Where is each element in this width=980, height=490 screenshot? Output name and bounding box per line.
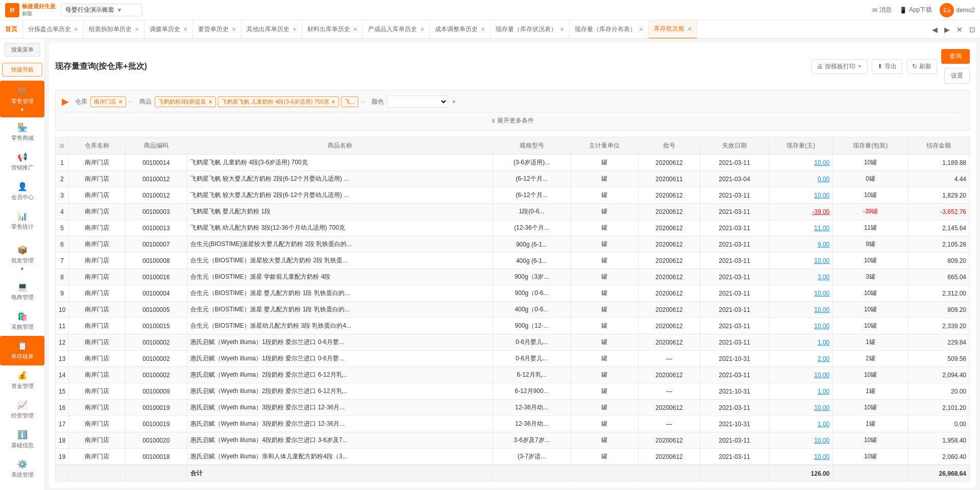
tab-expand-btn[interactable]: ⊡ <box>967 24 977 35</box>
table-cell: 惠氏启赋（Wyeth illuma）4段奶粉 爱尔兰进口 3-6岁及7... <box>187 432 493 449</box>
product-filter-more-icon[interactable]: ··· <box>360 98 365 105</box>
table-cell: 合生元（BIOSTIME）派星 学龄前儿童配方奶粉 4段 <box>187 269 493 285</box>
user-profile[interactable]: Ea demo2 <box>940 3 975 17</box>
tab-close-icon[interactable]: ✕ <box>183 27 187 32</box>
expand-sidebar-btn[interactable]: ▶ <box>62 96 69 107</box>
expand-icon[interactable]: ▶ <box>62 96 69 107</box>
table-cell[interactable]: 10.00 <box>769 253 832 269</box>
sidebar-basic-label: 基础信息 <box>11 442 34 449</box>
table-cell[interactable]: 10.00 <box>769 400 832 416</box>
sidebar-item-wholesale[interactable]: 📦 批发管理 ▼ <box>0 240 44 277</box>
sidebar-item-retail-stat[interactable]: 📊 零售统计 <box>0 206 44 236</box>
tab-inventory-dist[interactable]: 现存量（库存分布表） ✕ <box>570 20 649 39</box>
tab-close-icon[interactable]: ✕ <box>74 27 78 32</box>
app-download-btn[interactable]: 📱 App下载 <box>899 6 932 14</box>
sidebar-item-retail-shop[interactable]: 🏪 零售商城 <box>0 117 44 147</box>
table-cell[interactable]: 9.00 <box>769 236 832 253</box>
tab-close-icon[interactable]: ✕ <box>639 27 643 32</box>
print-btn[interactable]: 🖨 按模板打印 ▼ <box>811 59 868 74</box>
tab-close-icon[interactable]: ✕ <box>420 27 424 32</box>
sidebar-item-retail[interactable]: 🛒 零售管理 ▼ <box>0 81 44 117</box>
table-cell: 飞鹤星飞帆 儿童奶粉 4段(3-6岁适用) 700克 <box>187 155 493 171</box>
filter-expand[interactable]: ⊻ 展开更多条件 <box>62 112 963 125</box>
export-btn[interactable]: ⬆ 导出 <box>872 59 902 74</box>
tab-close-active-icon[interactable]: ✕ <box>688 26 692 32</box>
table-cell: 00100002 <box>126 367 187 383</box>
tab-close-all-btn[interactable]: ✕ <box>954 24 965 35</box>
table-cell[interactable]: 10.00 <box>769 318 832 334</box>
table-cell[interactable]: 10.00 <box>769 285 832 302</box>
sidebar-item-marketing[interactable]: 📢 营销推广 <box>0 147 44 177</box>
sidebar-item-ecommerce[interactable]: 💻 电商管理 <box>0 277 44 306</box>
table-cell[interactable]: -39.00 <box>769 204 832 220</box>
color-select[interactable] <box>387 95 448 108</box>
product-tag-2-close-icon[interactable]: ✕ <box>331 99 335 105</box>
finance-icon: 💰 <box>17 371 28 380</box>
tab-yaogodan[interactable]: 要货单历史 ✕ <box>193 20 241 39</box>
tab-close-icon[interactable]: ✕ <box>232 27 236 32</box>
setting-btn[interactable]: 设置 <box>944 68 970 84</box>
tab-other-out[interactable]: 其他出库单历史 ✕ <box>241 20 302 39</box>
table-cell[interactable]: 10.00 <box>769 187 832 204</box>
tab-cost-adjust[interactable]: 成本调整单历史 ✕ <box>430 20 491 39</box>
table-cell[interactable]: 10.00 <box>769 367 832 383</box>
warehouse-filter: 仓库 南岸门店 ✕ ··· <box>75 96 133 107</box>
sidebar-item-operation[interactable]: 📈 经营管理 <box>0 395 44 425</box>
table-cell[interactable]: 10.00 <box>769 432 832 449</box>
table-cell: 合生元（BIOSTIME）派星 婴儿配方奶粉 1段 乳铁蛋白的... <box>187 285 493 302</box>
sidebar-item-inventory[interactable]: 📋 库存核算 <box>0 336 44 365</box>
table-cell[interactable]: 3.00 <box>769 269 832 285</box>
tab-material-out[interactable]: 材料出库单历史 ✕ <box>302 20 363 39</box>
table-cell: 10罐 <box>833 187 908 204</box>
app-label: App下载 <box>909 6 932 14</box>
table-cell: 9 <box>56 285 69 302</box>
sidebar-item-system[interactable]: ⚙️ 系统管理 <box>0 454 44 484</box>
table-cell: 11 <box>56 318 69 334</box>
table-cell: 合生元（BIOSTIME）派星较大婴儿配方奶粉 2段 乳铁蛋... <box>187 253 493 269</box>
table-cell[interactable]: 1.00 <box>769 334 832 351</box>
sidebar-shop-label: 零售商城 <box>11 134 34 142</box>
table-cell[interactable]: 1.00 <box>769 383 832 400</box>
query-btn[interactable]: 查询 <box>941 49 970 64</box>
tab-disassemble[interactable]: 组装拆卸单历史 ✕ <box>84 20 144 39</box>
tab-close-icon[interactable]: ✕ <box>353 27 357 32</box>
tab-transfer[interactable]: 调拨单历史 ✕ <box>144 20 193 39</box>
sidebar-item-basic[interactable]: ℹ️ 基础信息 <box>0 425 44 454</box>
table-cell: 10罐 <box>833 155 908 171</box>
quick-nav-btn[interactable]: 快捷导航 <box>2 63 42 77</box>
filter-more-icon[interactable]: ··· <box>128 98 133 105</box>
tab-close-icon[interactable]: ✕ <box>481 27 485 32</box>
table-cell[interactable]: 2.00 <box>769 351 832 367</box>
refresh-label: 刷新 <box>919 62 932 71</box>
tab-batch-voucher[interactable]: 库存批次账 ✕ <box>649 20 697 39</box>
search-menu-btn[interactable]: 搜索菜单 <box>4 43 40 57</box>
tab-close-icon[interactable]: ✕ <box>135 27 139 32</box>
table-cell: 5 <box>56 220 69 236</box>
tab-next-btn[interactable]: ▶ <box>942 24 952 35</box>
tab-inventory-status[interactable]: 现存量（库存状况表） ✕ <box>491 20 570 39</box>
sidebar-item-purchase[interactable]: 🛍️ 采购管理 <box>0 306 44 336</box>
table-cell[interactable]: 0.00 <box>769 171 832 187</box>
table-settings-icon[interactable]: ⚙ <box>59 142 65 150</box>
table-cell[interactable]: 1.00 <box>769 416 832 432</box>
tab-close-icon[interactable]: ✕ <box>292 27 297 32</box>
tab-distribution[interactable]: 分拣盘点单历史 ✕ <box>23 20 84 39</box>
product-tag-1-close-icon[interactable]: ✕ <box>208 99 212 105</box>
table-cell[interactable]: 10.00 <box>769 155 832 171</box>
tab-close-icon[interactable]: ✕ <box>560 27 564 32</box>
message-btn[interactable]: ✉ 消息 <box>872 6 892 14</box>
store-selector[interactable]: 母婴行业演示账套 ▼ <box>61 4 142 16</box>
table-cell[interactable]: 10.00 <box>769 302 832 318</box>
table-cell[interactable]: 10.00 <box>769 449 832 465</box>
sidebar-item-enterprise[interactable]: 🤝 企业协同 <box>0 484 44 490</box>
tab-product-in[interactable]: 产成品入库单历史 ✕ <box>363 20 430 39</box>
tab-home[interactable]: 首页 <box>0 20 23 39</box>
table-cell: 罐 <box>571 269 639 285</box>
warehouse-tag-close-icon[interactable]: ✕ <box>118 99 122 105</box>
refresh-btn[interactable]: ↻ 刷新 <box>906 59 937 74</box>
tab-prev-btn[interactable]: ◀ <box>930 24 940 35</box>
table-cell: 00100002 <box>126 351 187 367</box>
sidebar-item-member[interactable]: 👤 会员中心 <box>0 177 44 206</box>
sidebar-item-finance[interactable]: 💰 资金管理 <box>0 365 44 395</box>
table-cell[interactable]: 11.00 <box>769 220 832 236</box>
